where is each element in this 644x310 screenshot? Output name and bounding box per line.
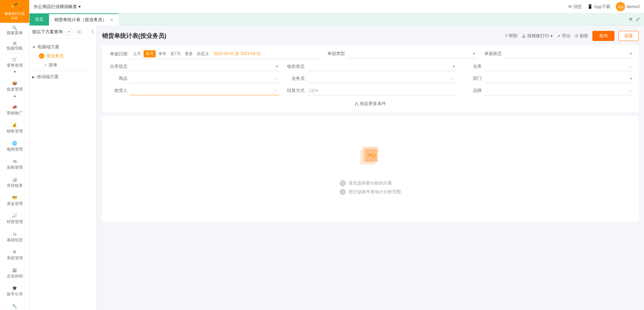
sidebar-item-newbie[interactable]: 🎓 新手引导 — [0, 282, 29, 301]
receiver-dropdown[interactable]: ··· — [130, 86, 279, 95]
main-split: 按以下方案查询 + ⊙ 《 ▼ 电脑端方案 人 按业务员 — [30, 25, 644, 310]
search-menu-item[interactable]: 🔍 搜索菜单 — [0, 23, 29, 39]
sidebar-item-ecommerce[interactable]: 🌐 电商管理 — [0, 138, 29, 156]
brand-more-icon[interactable]: ··· — [628, 88, 632, 93]
tab-maximize-btn[interactable]: ⤢ — [636, 16, 640, 22]
sidebar-item-operation[interactable]: 📈 经营管理 — [0, 210, 29, 228]
tree-item-order[interactable]: ≡ 按单 — [32, 61, 94, 69]
date-tab-custom[interactable]: 自定义 — [196, 50, 210, 57]
collapse-btn[interactable]: ⋀ 收起更多条件 — [355, 101, 386, 107]
type-dropdown[interactable]: ▾ — [347, 49, 476, 58]
status-dropdown[interactable]: ▾ — [504, 49, 633, 58]
tip-num-2: 2 — [340, 189, 346, 195]
settings-scheme-btn[interactable]: ⊙ — [75, 28, 83, 36]
salesman-dropdown[interactable]: ··· — [307, 74, 456, 83]
refresh-btn[interactable]: ↺ 刷新 — [575, 33, 588, 39]
app-download-label: App下载 — [594, 4, 610, 10]
warehouse-more-icon[interactable]: ··· — [628, 64, 632, 69]
date-tab-thismonth[interactable]: 本月 — [144, 50, 156, 57]
search-icon: 🔍 — [0, 25, 29, 30]
settle-tag-close-btn[interactable]: × — [312, 89, 314, 93]
date-tab-thisyear[interactable]: 本年 — [157, 50, 168, 57]
tree-group-desktop-header[interactable]: ▼ 电脑端方案 — [32, 43, 94, 51]
warehouse-dropdown[interactable]: ··· — [484, 62, 633, 71]
brand-dropdown[interactable]: ··· — [484, 86, 633, 95]
query-row-1: 单据日期 上月 本月 本年 近7天 更多 自定义 2023-03-01 至 20… — [107, 49, 633, 59]
app-logo[interactable]: 🍊 畅捷通好生意 标版 — [0, 0, 29, 23]
date-label: 单据日期 — [107, 51, 127, 57]
sidebar: 🍊 畅捷通好生意 标版 🔍 搜索菜单 ⊞ 快捷导航 🛒 零售管理 ▾ 📦 批发管… — [0, 0, 30, 310]
export-btn[interactable]: ↗ 导出 — [557, 33, 571, 39]
dept-dropdown[interactable]: ▾ — [484, 74, 633, 83]
finance-label: 资金管理 — [7, 201, 23, 207]
settle-field: 结算方式 × ▾ — [284, 86, 456, 95]
date-tab-lastmonth[interactable]: 上月 — [131, 50, 142, 57]
tree-item-salesman-icon: 人 — [39, 53, 44, 59]
search-label: 搜索菜单 — [0, 30, 29, 36]
print-btn[interactable]: 🖨 按模板打印 ▾ — [522, 33, 553, 39]
receiver-more-icon[interactable]: ··· — [274, 88, 278, 93]
quick-nav-item[interactable]: ⊞ 快捷导航 — [0, 39, 29, 54]
tree-item-salesman[interactable]: 人 按业务员 — [32, 51, 94, 61]
newbie-label: 新手引导 — [7, 292, 23, 297]
print-icon: 🖨 — [522, 34, 526, 39]
topbar-right: ✉ 消息 📱 App下载 Ea demo2 — [568, 2, 640, 11]
empty-icon — [357, 143, 384, 175]
query-row-3: 商品 ··· 业务员 ··· 部门 — [107, 74, 633, 83]
sidebar-item-finance[interactable]: 💳 资金管理 — [0, 192, 29, 210]
out-status-dropdown[interactable]: ▾ — [130, 62, 279, 71]
date-tabs: 上月 本月 本年 近7天 更多 自定义 — [131, 50, 210, 57]
collect-dropdown[interactable]: ▾ — [307, 62, 456, 71]
collapse-up-icon: ⋀ — [355, 101, 359, 106]
type-field: 单据类型 ▾ — [325, 49, 476, 58]
sidebar-item-wholesale[interactable]: 📦 批发管理 ▴ — [0, 78, 29, 101]
empty-tips: 1 请先选择要分析的方案 2 用过滤条件来缩小分析范围 — [340, 180, 401, 195]
settings-btn[interactable]: 设置 — [619, 31, 639, 41]
receiver-field: 收货人 ··· — [107, 86, 279, 95]
user-profile[interactable]: Ea demo2 — [616, 2, 640, 11]
help-icon: ? — [505, 34, 507, 39]
sidebar-item-sales[interactable]: 💰 销售管理 — [0, 119, 29, 138]
scheme-bar: 按以下方案查询 + ⊙ 《 — [32, 28, 94, 39]
collapse-panel-btn[interactable]: 《 — [89, 29, 94, 35]
sidebar-item-basic[interactable]: 🗂 基础信息 — [0, 228, 29, 246]
sidebar-item-apps[interactable]: 🔧 应用中心 — [0, 301, 29, 310]
print-label: 按模板打印 — [527, 33, 549, 39]
settle-dropdown[interactable]: × ▾ — [307, 86, 456, 95]
add-scheme-btn[interactable]: + — [65, 28, 73, 36]
type-dropdown-icon: ▾ — [473, 51, 475, 56]
help-btn[interactable]: ? 帮助 — [505, 33, 518, 39]
sidebar-item-retail[interactable]: 🛒 零售管理 ▾ — [0, 54, 29, 78]
tab-close-all-btn[interactable]: ✕ — [629, 16, 633, 22]
goods-more-icon[interactable]: ··· — [274, 76, 278, 81]
grid-icon: ⊞ — [0, 41, 29, 46]
sidebar-item-purchase[interactable]: 🛍 采购管理 — [0, 156, 29, 174]
query-btn[interactable]: 查询 — [592, 31, 614, 41]
tab-sales-stat[interactable]: 销货单统计表（按业务员） ✕ — [49, 13, 119, 25]
tab-home[interactable]: 首页 — [30, 13, 49, 25]
empty-tip-2-text: 用过滤条件来缩小分析范围 — [348, 189, 401, 195]
account-dropdown[interactable]: 办公用品行业模拟账套 ▾ — [34, 4, 81, 10]
sidebar-item-inventory[interactable]: 📊 库存核算 — [0, 174, 29, 192]
message-btn[interactable]: ✉ 消息 — [568, 4, 582, 10]
scheme-label: 按以下方案查询 — [32, 29, 63, 35]
goods-dropdown[interactable]: ··· — [130, 74, 279, 83]
salesman-more-icon[interactable]: ··· — [451, 76, 455, 81]
tree-group-mobile-header[interactable]: ▶ 移动端方案 — [32, 72, 94, 81]
tab-close-icon[interactable]: ✕ — [110, 17, 113, 22]
user-avatar: Ea — [616, 2, 625, 11]
out-status-field: 出库状态 ▾ — [107, 62, 279, 71]
quick-nav-label: 快捷导航 — [0, 46, 29, 51]
sidebar-item-system[interactable]: ⚙ 系统管理 — [0, 246, 29, 264]
export-icon: ↗ — [557, 34, 560, 39]
date-tab-7days[interactable]: 近7天 — [169, 50, 182, 57]
status-label: 单据状态 — [482, 51, 502, 57]
help-label: 帮助 — [509, 33, 518, 39]
brand-label: 品牌 — [462, 88, 482, 94]
refresh-label: 刷新 — [580, 33, 588, 39]
date-tab-more[interactable]: 更多 — [183, 50, 194, 57]
sidebar-item-enterprise[interactable]: 🏢 企业协同 — [0, 264, 29, 282]
sidebar-item-marketing[interactable]: 📣 营销推广 — [0, 101, 29, 119]
app-download-btn[interactable]: 📱 App下载 — [587, 4, 610, 10]
goods-label: 商品 — [107, 75, 127, 82]
